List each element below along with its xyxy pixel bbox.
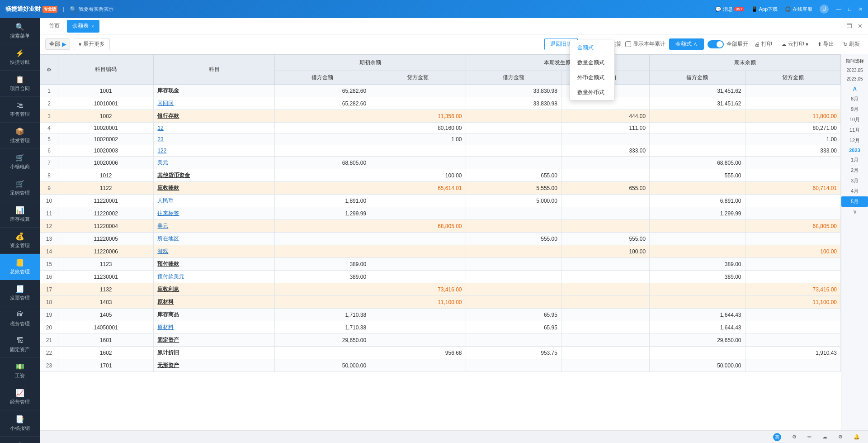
table-row[interactable]: 4100200011280,160.00111.0080,271.00 xyxy=(40,123,841,134)
window-minimize[interactable]: — xyxy=(836,6,841,12)
sidebar-item-assets[interactable]: 🏗 固定资产 xyxy=(0,332,40,358)
show-year-total-checkbox[interactable]: 显示本年累计 xyxy=(625,40,665,48)
tab-close-btn[interactable]: × xyxy=(91,24,94,29)
cell-2[interactable]: 累计折旧 xyxy=(154,347,274,359)
sidebar-item-purchase[interactable]: 🛒 采购管理 xyxy=(0,175,40,201)
display-mode-btn[interactable]: 金额式 ∧ xyxy=(669,38,704,50)
th-settings[interactable]: ⚙ xyxy=(40,55,58,85)
cell-2[interactable]: 应收利息 xyxy=(154,283,274,296)
period-apr[interactable]: 4月 xyxy=(841,186,868,196)
cell-2[interactable]: 回回回 xyxy=(154,97,274,110)
status-cloud-btn[interactable]: ☁ xyxy=(820,433,830,441)
sidebar-item-ecommerce[interactable]: 🛒 小畅电商 xyxy=(0,149,40,175)
cell-2[interactable]: 预付款美元 xyxy=(154,271,274,283)
period-dec[interactable]: 12月 xyxy=(841,135,868,146)
table-row[interactable]: 211601固定资产29,650.0029,650.00 xyxy=(40,334,841,347)
tab-balance[interactable]: 余额表 × xyxy=(67,20,99,33)
breadcrumb-all[interactable]: 全部 ▶ xyxy=(45,38,70,50)
online-service-item[interactable]: 🎧 在线客服 xyxy=(785,6,812,13)
period-nav-down[interactable]: ∨ xyxy=(852,207,858,216)
table-row[interactable]: 81012其他货币资金100.00655.00555.00 xyxy=(40,169,841,182)
sidebar-item-capital[interactable]: 💰 资金管理 xyxy=(0,228,40,254)
table-row[interactable]: 2014050001原材料1,710.3865.951,644.43 xyxy=(40,321,841,334)
period-sep[interactable]: 9月 xyxy=(841,104,868,114)
table-row[interactable]: 11001库存现金65,282.6033,830.9831,451.62 xyxy=(40,85,841,97)
balance-table-wrapper[interactable]: ⚙ 科目编码 科目 期初余额 本期发生额 期末余额 借方金额 贷方金额 借方金额… xyxy=(40,54,841,430)
cell-2[interactable]: 游戏 xyxy=(154,245,274,258)
window-maximize[interactable]: □ xyxy=(848,6,851,12)
dropdown-item-foreign-amount[interactable]: 外币金额式 xyxy=(570,70,614,85)
export-btn[interactable]: ⬆ 导出 xyxy=(815,39,837,49)
cell-2[interactable]: 固定资产 xyxy=(154,334,274,347)
sidebar-item-operations[interactable]: 📈 经营管理 xyxy=(0,384,40,410)
period-mar[interactable]: 3月 xyxy=(841,176,868,186)
cell-2[interactable]: 人民币 xyxy=(154,195,274,207)
table-row[interactable]: 181403原材料11,100.0011,100.00 xyxy=(40,296,841,309)
cell-2[interactable]: 122 xyxy=(154,145,274,157)
cloud-print-btn[interactable]: ☁ 云打印 ▾ xyxy=(778,39,811,49)
status-bell-btn[interactable]: 🔔 xyxy=(851,433,863,441)
dropdown-item-amount[interactable]: 金额式 xyxy=(570,40,614,55)
status-gear-btn[interactable]: ⚙ xyxy=(835,433,845,441)
table-row[interactable]: 231701无形资产50,000.0050,000.00 xyxy=(40,359,841,372)
period-nov[interactable]: 11月 xyxy=(841,125,868,135)
period-feb[interactable]: 2月 xyxy=(841,165,868,176)
table-row[interactable]: 1111220002往来标签1,299.991,299.99 xyxy=(40,207,841,220)
table-row[interactable]: 1611230001预付款美元389.00389.00 xyxy=(40,271,841,283)
status-settings-btn[interactable]: ⚙ xyxy=(789,433,799,441)
table-row[interactable]: 91122应收账款65,614.015,555.00655.0060,714.0… xyxy=(40,182,841,195)
period-oct[interactable]: 10月 xyxy=(841,114,868,125)
period-nav-up[interactable]: ∧ xyxy=(851,83,859,94)
table-row[interactable]: 171132应收利息73,416.0073,416.00 xyxy=(40,283,841,296)
cell-2[interactable]: 库存商品 xyxy=(154,309,274,321)
cell-2[interactable]: 往来标签 xyxy=(154,207,274,220)
sidebar-item-inventory[interactable]: 📊 库存核算 xyxy=(0,201,40,228)
sidebar-item-quicknav[interactable]: ⚡ 快捷导航 xyxy=(0,44,40,71)
cell-2[interactable]: 库存现金 xyxy=(154,85,274,97)
cell-2[interactable]: 所在地区 xyxy=(154,233,274,245)
expand-more-btn[interactable]: ▾ 展开更多 xyxy=(74,38,110,50)
status-lang-btn[interactable]: 英 xyxy=(770,432,784,442)
cell-2[interactable]: 应收账款 xyxy=(154,182,274,195)
cell-2[interactable]: 无形资产 xyxy=(154,359,274,372)
sidebar-item-wholesale[interactable]: 📦 批发管理 xyxy=(0,123,40,149)
cell-2[interactable]: 12 xyxy=(154,123,274,134)
period-may[interactable]: 5月 xyxy=(841,196,868,207)
table-row[interactable]: 610020003122333.00333.00 xyxy=(40,145,841,157)
table-row[interactable]: 1411220006游戏100.00100.00 xyxy=(40,245,841,258)
sidebar-item-search[interactable]: 🔍 搜索菜单 xyxy=(0,18,40,44)
tab-action-close[interactable]: ✕ xyxy=(855,22,864,31)
status-edit-btn[interactable]: ✏ xyxy=(805,433,814,441)
table-row[interactable]: 221602累计折旧956.68953.751,910.43 xyxy=(40,347,841,359)
sidebar-item-project[interactable]: 📋 项目合同 xyxy=(0,71,40,97)
table-row[interactable]: 1311220005所在地区555.00555.00 xyxy=(40,233,841,245)
cell-2[interactable]: 美元 xyxy=(154,157,274,169)
cell-2[interactable]: 预付账款 xyxy=(154,258,274,271)
app-download-item[interactable]: 📱 App下载 xyxy=(751,6,778,13)
message-item[interactable]: 💬 消息 99+ xyxy=(715,6,744,13)
table-row[interactable]: 1011220001人民币1,891.005,000.006,891.00 xyxy=(40,195,841,207)
sidebar-item-ledger[interactable]: 📒 总账管理 xyxy=(0,254,40,280)
period-aug[interactable]: 8月 xyxy=(841,94,868,104)
year-total-checkbox-input[interactable] xyxy=(625,41,631,47)
sidebar-item-payroll[interactable]: 💵 工资 xyxy=(0,358,40,384)
cell-2[interactable]: 其他货币资金 xyxy=(154,169,274,182)
sidebar-item-tax[interactable]: 🏛 税务管理 xyxy=(0,306,40,332)
print-btn[interactable]: 🖨 打印 xyxy=(752,39,775,49)
cell-2[interactable]: 美元 xyxy=(154,220,274,233)
tab-action-restore[interactable]: 🗖 xyxy=(844,22,854,31)
dropdown-item-quantity-foreign[interactable]: 数量外币式 xyxy=(570,85,614,100)
table-row[interactable]: 31002银行存款11,356.00444.0011,800.00 xyxy=(40,110,841,123)
table-row[interactable]: 151123预付账款389.00389.00 xyxy=(40,258,841,271)
cell-2[interactable]: 原材料 xyxy=(154,296,274,309)
cell-2[interactable]: 原材料 xyxy=(154,321,274,334)
expand-all-toggle[interactable]: 全部展开 xyxy=(708,40,748,48)
dropdown-item-quantity-amount[interactable]: 数量金额式 xyxy=(570,55,614,70)
expand-all-toggle-control[interactable] xyxy=(708,40,724,48)
cell-2[interactable]: 银行存款 xyxy=(154,110,274,123)
table-row[interactable]: 510020002231.001.00 xyxy=(40,134,841,145)
cell-2[interactable]: 23 xyxy=(154,134,274,145)
sidebar-item-retail[interactable]: 🛍 零售管理 xyxy=(0,97,40,123)
sidebar-item-expense[interactable]: 📑 小畅报销 xyxy=(0,410,40,437)
user-item[interactable]: U xyxy=(820,5,829,14)
